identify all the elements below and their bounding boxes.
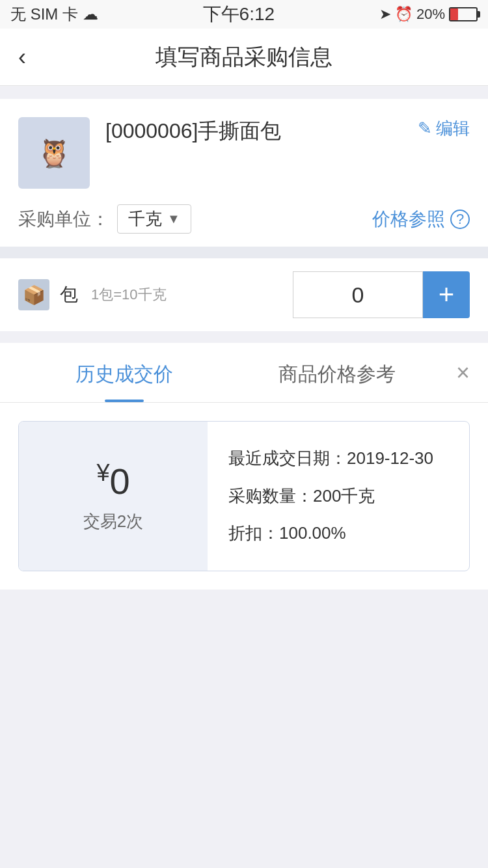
transaction-right: 最近成交日期：2019-12-30 采购数量：200千克 折扣：100.00% [208,422,469,571]
tabs-header: 历史成交价 商品价格参考 × [0,343,488,403]
yen-symbol: ¥ [96,459,109,486]
edit-label: 编辑 [436,117,470,140]
product-top-right: ✎ 编辑 [418,117,470,189]
edit-icon: ✎ [418,118,432,139]
recent-transaction-date: 最近成交日期：2019-12-30 [228,445,448,472]
unit-dropdown-icon: ▼ [167,211,180,226]
discount: 折扣：100.00% [228,520,448,547]
page-title: 填写商品采购信息 [156,42,332,72]
status-right: ➤ ⏰ 20% [379,6,478,23]
product-thumbnail-icon: 🦉 [37,137,71,169]
package-icon: 📦 [18,279,49,310]
quantity-plus-button[interactable]: + [423,271,470,318]
product-image: 🦉 [18,117,90,189]
section-divider [0,247,488,258]
direction-icon: ➤ [379,6,391,23]
transaction-left: ¥0 交易2次 [19,422,208,571]
purchase-qty: 采购数量：200千克 [228,483,448,510]
transaction-count: 交易2次 [83,510,143,533]
header: ‹ 填写商品采购信息 [0,29,488,86]
quantity-controls: + [293,271,470,318]
transaction-price-value: 0 [109,461,129,502]
back-button[interactable]: ‹ [18,46,26,69]
edit-button[interactable]: ✎ 编辑 [418,117,470,140]
battery-icon [449,7,478,21]
recent-date-value: 2019-12-30 [347,448,433,468]
unit-value: 千克 [128,208,162,230]
product-top: 🦉 [0000006]手撕面包 ✎ 编辑 [18,117,470,189]
purchase-unit-label: 采购单位： [18,207,109,232]
product-card: 🦉 [0000006]手撕面包 ✎ 编辑 采购单位： 千克 ▼ 价格参照 ? [0,99,488,247]
quantity-row: 📦 包 1包=10千克 + [0,258,488,331]
battery-percent: 20% [416,6,445,23]
transaction-price: ¥0 [96,459,129,502]
unit-selector[interactable]: 千克 ▼ [117,204,191,234]
status-time: 下午6:12 [203,2,275,27]
main-content-area [0,590,488,868]
price-reference-button[interactable]: 价格参照 ? [372,207,470,232]
discount-label: 折扣： [228,523,279,543]
transaction-card: ¥0 交易2次 最近成交日期：2019-12-30 采购数量：200千克 折扣：… [18,421,470,571]
price-ref-label: 价格参照 [372,207,445,232]
tab-product-price-ref[interactable]: 商品价格参考 [230,343,442,402]
discount-value: 100.00% [279,523,346,543]
no-sim-text: 无 SIM 卡 ☁ [10,4,98,25]
quantity-input[interactable] [293,271,423,318]
tabs-section: 历史成交价 商品价格参考 × ¥0 交易2次 最近成交日期：2019-12-30… [0,343,488,868]
purchase-qty-label: 采购数量： [228,486,313,506]
recent-date-label: 最近成交日期： [228,448,347,468]
product-info: [0000006]手撕面包 [105,117,418,165]
unit-conversion: 1包=10千克 [91,285,167,305]
purchase-unit: 采购单位： 千克 ▼ [18,204,191,234]
package-unit: 包 [60,282,78,307]
status-left: 无 SIM 卡 ☁ [10,4,98,25]
purchase-qty-value: 200千克 [313,486,375,506]
alarm-icon: ⏰ [395,6,413,23]
product-bottom: 采购单位： 千克 ▼ 价格参照 ? [18,204,470,234]
quantity-label: 📦 包 1包=10千克 [18,279,167,310]
tab-history-price[interactable]: 历史成交价 [18,343,230,402]
price-ref-help-icon: ? [450,210,470,229]
status-bar: 无 SIM 卡 ☁ 下午6:12 ➤ ⏰ 20% [0,0,488,29]
tab-close-button[interactable]: × [443,346,470,400]
product-name: [0000006]手撕面包 [105,117,418,146]
